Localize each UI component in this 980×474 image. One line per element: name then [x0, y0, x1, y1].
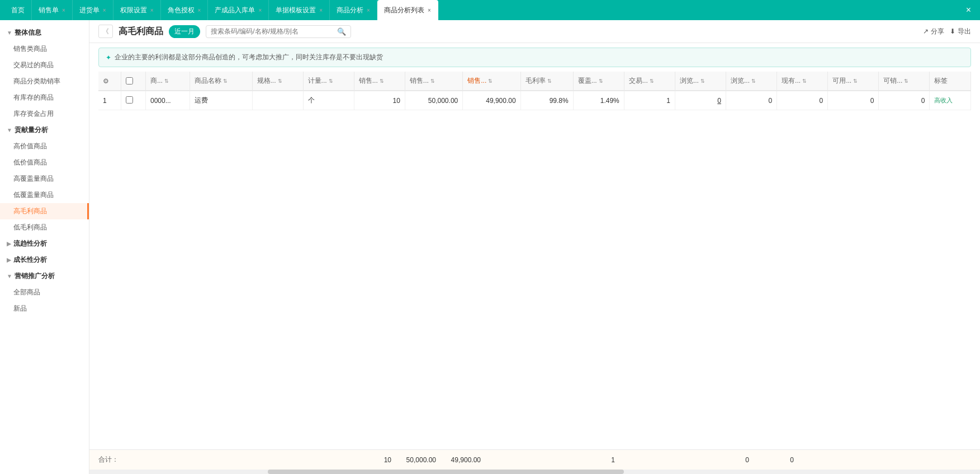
tab-template[interactable]: 单据模板设置 × [269, 0, 330, 20]
sort-icon-browse1: ⇅ [700, 78, 705, 84]
sort-icon-sales-qty: ⇅ [380, 78, 384, 84]
cell-tag: 高收入 [930, 91, 971, 110]
tab-close-product-analysis[interactable]: × [367, 7, 370, 13]
sidebar-group-marketing[interactable]: ▼ 营销推广分析 [0, 268, 89, 284]
sidebar-item-high-margin[interactable]: 高毛利商品 [0, 203, 89, 219]
col-sales-qty[interactable]: 销售... ⇅ [354, 72, 405, 91]
sidebar-group-overall[interactable]: ▼ 整体信息 [0, 25, 89, 41]
summary-empty1 [485, 456, 530, 464]
sidebar-item-low-value[interactable]: 低价值商品 [0, 154, 89, 171]
window-close-button[interactable]: × [962, 5, 976, 15]
tab-permission[interactable]: 权限设置 × [113, 0, 161, 20]
share-button[interactable]: ↗ 分享 [923, 27, 944, 36]
sidebar-item-new-goods[interactable]: 新品 [0, 301, 89, 317]
sidebar-item-high-value[interactable]: 高价值商品 [0, 138, 89, 154]
scrollbar-thumb[interactable] [268, 470, 624, 474]
sidebar: ▼ 整体信息 销售类商品 交易过的商品 商品分类助销率 有库存的商品 库存资金占… [0, 20, 89, 474]
cell-sales-qty: 10 [354, 91, 405, 110]
tab-close-purchase[interactable]: × [103, 7, 106, 13]
col-sales-profit[interactable]: 销售... ⇅ [463, 72, 520, 91]
arrow-icon-2: ▼ [7, 127, 12, 133]
sidebar-item-category-rate[interactable]: 商品分类助销率 [0, 73, 89, 90]
col-tag[interactable]: 标签 [930, 72, 971, 91]
sort-icon-available: ⇅ [853, 78, 858, 84]
col-name[interactable]: 商品名称 ⇅ [190, 72, 252, 91]
tab-close-template[interactable]: × [319, 7, 323, 13]
tab-purchase[interactable]: 进货单 × [73, 0, 113, 20]
select-all-checkbox[interactable] [126, 77, 133, 85]
data-table: ⚙ 商... ⇅ 商品名称 [98, 72, 971, 110]
sort-icon-sellable: ⇅ [904, 78, 908, 84]
cell-available: 0 [828, 91, 879, 110]
summary-empty4 [664, 456, 709, 464]
sidebar-item-low-margin[interactable]: 低毛利商品 [0, 219, 89, 236]
sidebar-group-growth[interactable]: ▶ 成长性分析 [0, 252, 89, 268]
sort-icon-browse2: ⇅ [751, 78, 756, 84]
export-button[interactable]: ⬇ 导出 [950, 27, 971, 36]
horizontal-scrollbar[interactable] [89, 470, 980, 474]
search-box: 🔍 [206, 25, 351, 38]
col-current-stock[interactable]: 现有... ⇅ [777, 72, 828, 91]
col-sales-amount[interactable]: 销售... ⇅ [405, 72, 462, 91]
col-spec[interactable]: 规格... ⇅ [252, 72, 303, 91]
action-buttons: ↗ 分享 ⬇ 导出 [923, 27, 971, 36]
sort-icon-margin: ⇅ [547, 78, 552, 84]
sidebar-group-contribution[interactable]: ▼ 贡献量分析 [0, 122, 89, 138]
cell-checkbox[interactable] [121, 91, 145, 110]
tab-product-analysis-list[interactable]: 商品分析列表 × [377, 0, 438, 20]
tab-sales-order[interactable]: 销售单 × [32, 0, 73, 20]
tab-close-product-inbound[interactable]: × [258, 7, 262, 13]
table-container: ⚙ 商... ⇅ 商品名称 [89, 72, 980, 449]
sidebar-item-high-coverage[interactable]: 高覆盖量商品 [0, 171, 89, 187]
summary-available: 0 [754, 456, 798, 464]
col-unit[interactable]: 计量... ⇅ [303, 72, 354, 91]
sort-icon-profit: ⇅ [488, 78, 493, 84]
col-browse2[interactable]: 浏览... ⇅ [726, 72, 777, 91]
collapse-button[interactable]: 《 [98, 25, 113, 38]
cell-index: 1 [98, 91, 121, 110]
col-code[interactable]: 商... ⇅ [145, 72, 190, 91]
tab-close-sales[interactable]: × [62, 7, 65, 13]
tab-home[interactable]: 首页 [4, 0, 32, 20]
sidebar-item-in-stock[interactable]: 有库存的商品 [0, 90, 89, 106]
summary-empty3 [619, 456, 664, 464]
tab-role[interactable]: 角色授权 × [161, 0, 209, 20]
col-browse1[interactable]: 浏览... ⇅ [675, 72, 726, 91]
sidebar-item-sales-goods[interactable]: 销售类商品 [0, 41, 89, 57]
tab-product-analysis[interactable]: 商品分析 × [330, 0, 377, 20]
col-settings[interactable]: ⚙ [98, 72, 121, 91]
col-checkbox[interactable] [121, 72, 145, 91]
col-coverage[interactable]: 覆盖... ⇅ [573, 72, 624, 91]
cell-sales-amount: 50,000.00 [405, 91, 462, 110]
sidebar-item-stock-capital[interactable]: 库存资金占用 [0, 106, 89, 122]
sort-icon-spec: ⇅ [278, 78, 282, 84]
cell-spec [252, 91, 303, 110]
sidebar-item-traded-goods[interactable]: 交易过的商品 [0, 57, 89, 73]
sort-icon-unit: ⇅ [329, 78, 333, 84]
cell-browse1[interactable]: 0 [675, 91, 726, 110]
search-icon[interactable]: 🔍 [337, 27, 346, 36]
col-sellable[interactable]: 可销... ⇅ [879, 72, 930, 91]
tab-close-permission[interactable]: × [150, 7, 154, 13]
col-gross-margin[interactable]: 毛利率 ⇅ [520, 72, 573, 91]
page-title: 高毛利商品 [119, 26, 163, 37]
tab-product-inbound[interactable]: 产成品入库单 × [208, 0, 269, 20]
summary-cells: 10 50,000.00 49,900.00 1 0 [127, 456, 971, 464]
cell-sellable: 0 [879, 91, 930, 110]
cell-current-stock: 0 [777, 91, 828, 110]
row-checkbox[interactable] [126, 96, 133, 104]
arrow-icon-3: ▶ [7, 241, 11, 247]
info-icon: ✦ [106, 54, 111, 62]
tab-close-product-analysis-list[interactable]: × [428, 7, 431, 13]
col-transaction[interactable]: 交易... ⇅ [624, 72, 675, 91]
cell-sales-profit: 49,900.00 [463, 91, 520, 110]
search-input[interactable] [211, 27, 337, 35]
top-nav: 首页 销售单 × 进货单 × 权限设置 × 角色授权 × 产成品入库单 × 单据… [0, 0, 980, 20]
arrow-icon-4: ▶ [7, 257, 11, 263]
sidebar-group-trend[interactable]: ▶ 流趋性分析 [0, 236, 89, 252]
period-button[interactable]: 近一月 [169, 25, 200, 38]
sidebar-item-low-coverage[interactable]: 低覆盖量商品 [0, 187, 89, 203]
sidebar-item-all-goods[interactable]: 全部商品 [0, 284, 89, 301]
col-available[interactable]: 可用... ⇅ [828, 72, 879, 91]
tab-close-role[interactable]: × [198, 7, 201, 13]
